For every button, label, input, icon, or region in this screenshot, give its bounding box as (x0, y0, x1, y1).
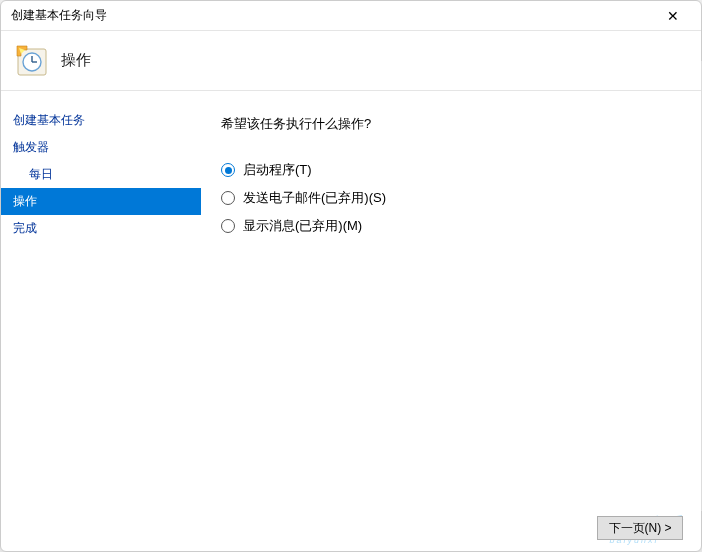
sidebar-item-label: 完成 (13, 221, 37, 235)
action-option-label: 显示消息(已弃用)(M) (243, 217, 362, 235)
action-option-label: 发送电子邮件(已弃用)(S) (243, 189, 386, 207)
page-title: 操作 (61, 51, 91, 70)
clock-new-icon (15, 44, 49, 78)
wizard-body: 创建基本任务触发器每日操作完成 希望该任务执行什么操作? 启动程序(T)发送电子… (1, 91, 701, 505)
action-option-1[interactable]: 发送电子邮件(已弃用)(S) (221, 189, 681, 207)
action-option-0[interactable]: 启动程序(T) (221, 161, 681, 179)
radio-icon (221, 191, 235, 205)
wizard-footer: 云 键重 baiyunxi 下一页(N) > (1, 505, 701, 551)
action-option-2[interactable]: 显示消息(已弃用)(M) (221, 217, 681, 235)
action-radio-group: 启动程序(T)发送电子邮件(已弃用)(S)显示消息(已弃用)(M) (221, 161, 681, 235)
action-option-label: 启动程序(T) (243, 161, 312, 179)
sidebar-item-2[interactable]: 每日 (1, 161, 201, 188)
window-title: 创建基本任务向导 (11, 7, 653, 24)
sidebar-item-label: 每日 (29, 167, 53, 181)
close-button[interactable]: ✕ (653, 2, 693, 30)
sidebar-item-1[interactable]: 触发器 (1, 134, 201, 161)
sidebar-item-3[interactable]: 操作 (1, 188, 201, 215)
sidebar-item-label: 创建基本任务 (13, 113, 85, 127)
sidebar-item-label: 操作 (13, 194, 37, 208)
sidebar-item-4[interactable]: 完成 (1, 215, 201, 242)
titlebar: 创建基本任务向导 ✕ (1, 1, 701, 31)
radio-icon (221, 163, 235, 177)
wizard-header: 操作 (1, 31, 701, 91)
wizard-window: 创建基本任务向导 ✕ 操作 创建基本任务触发器每日操作完成 希望该任务执行什么操… (0, 0, 702, 552)
next-button[interactable]: 下一页(N) > (597, 516, 683, 540)
wizard-sidebar: 创建基本任务触发器每日操作完成 (1, 91, 201, 505)
sidebar-item-label: 触发器 (13, 140, 49, 154)
close-icon: ✕ (667, 8, 679, 24)
action-question: 希望该任务执行什么操作? (221, 115, 681, 133)
wizard-content: 希望该任务执行什么操作? 启动程序(T)发送电子邮件(已弃用)(S)显示消息(已… (201, 91, 701, 505)
radio-icon (221, 219, 235, 233)
sidebar-item-0[interactable]: 创建基本任务 (1, 107, 201, 134)
